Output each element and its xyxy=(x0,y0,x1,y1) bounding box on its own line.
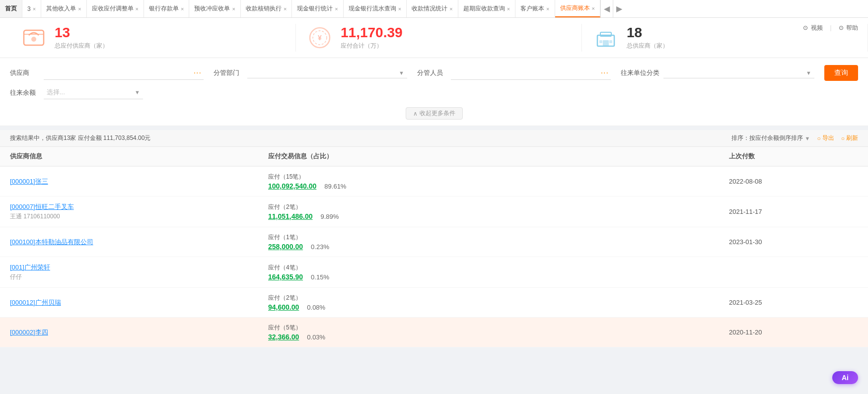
balance-select[interactable]: 选择... ▼ xyxy=(44,86,143,99)
tx-amount-6[interactable]: 32,366.00 xyxy=(268,333,299,341)
last-pay-2: 2021-11-17 xyxy=(729,208,858,215)
supplier-info-1: [000001]张三 xyxy=(10,177,268,186)
dept-label: 分管部门 xyxy=(214,68,243,77)
table-row[interactable]: [000001]张三 应付（15笔） 100,092,540.00 89.61%… xyxy=(0,167,868,197)
table-row[interactable]: [000002]李四 应付（5笔） 32,366.00 0.03% 2020-1… xyxy=(0,318,868,347)
nav-tab-cash-bank-flow[interactable]: 现金银行流水查询 × xyxy=(344,0,407,17)
stat-info-ap-total: 11,170.39 应付合计（万） xyxy=(341,26,403,50)
receipt-verify-label: 收款核销执行 xyxy=(246,4,282,13)
customer-account-label: 客户账本 xyxy=(520,4,544,13)
export-button[interactable]: ○ 导出 xyxy=(817,134,834,142)
supplier-link-5[interactable]: [000012]广州贝瑞 xyxy=(10,299,61,306)
tx-amount-1[interactable]: 100,092,540.00 xyxy=(268,182,316,190)
supplier-account-close-icon[interactable]: × xyxy=(592,5,595,11)
table-header: 供应商信息 应付交易信息（占比） 上次付数 xyxy=(0,147,868,167)
nav-tab-receipt-stat[interactable]: 收款情况统计 × xyxy=(407,0,458,17)
advance-receive-close-icon[interactable]: × xyxy=(232,6,235,12)
supplier-info-3: [000100]本特勒油品有限公司 xyxy=(10,238,268,247)
top-right-links: ⊙ 视频 ｜ ⊙ 帮助 xyxy=(803,24,858,32)
search-button[interactable]: 查询 xyxy=(824,65,858,81)
tx-row-1: 100,092,540.00 89.61% xyxy=(268,182,729,190)
nav-prev-arrow[interactable]: ◀ xyxy=(600,0,613,17)
filter-row-1: 供应商 ··· 分管部门 ▼ 分管人员 ··· 往来单位分类 xyxy=(10,65,858,81)
tx-percent-6: 0.03% xyxy=(307,333,325,341)
col-header-supplier: 供应商信息 xyxy=(10,152,268,161)
table-row[interactable]: [001]广州荣轩 仔仔 应付（4笔） 164,635.90 0.15% xyxy=(0,257,868,288)
help-circle-icon: ⊙ xyxy=(839,24,844,31)
export-icon: ○ xyxy=(817,135,821,142)
ap-adjustment-close-icon[interactable]: × xyxy=(136,6,139,12)
nav-tab-receipt-verify[interactable]: 收款核销执行 × xyxy=(241,0,292,17)
tx-amount-5[interactable]: 94,600.00 xyxy=(268,303,299,311)
tx-percent-5: 0.08% xyxy=(307,304,325,311)
nav-tab-cash-bank-stat[interactable]: 现金银行统计 × xyxy=(292,0,343,17)
cash-bank-stat-close-icon[interactable]: × xyxy=(335,6,338,12)
nav-tab-ap-adjustment[interactable]: 应收应付调整单 × xyxy=(87,0,144,17)
refresh-button[interactable]: ○ 刷新 xyxy=(841,134,858,142)
table-row[interactable]: [000012]广州贝瑞 应付（2笔） 94,600.00 0.08% 2021… xyxy=(0,288,868,318)
svg-rect-8 xyxy=(599,40,602,43)
nav-next-arrow[interactable]: ▶ xyxy=(613,0,625,17)
tx-amount-4[interactable]: 164,635.90 xyxy=(268,273,303,281)
receipt-stat-close-icon[interactable]: × xyxy=(449,6,452,12)
nav-tab-bank-deposit[interactable]: 银行存款单 × xyxy=(144,0,189,17)
stats-bar: 13 总应付供应商（家） ¥ 11,170.39 应付合计（万） xyxy=(0,18,868,58)
sort-control[interactable]: 排序：按应付余额倒序排序 ▼ xyxy=(731,134,810,142)
person-dots-icon[interactable]: ··· xyxy=(601,68,609,77)
tx-row-6: 32,366.00 0.03% xyxy=(268,333,729,341)
supplier-link-2[interactable]: [000007]恒旺二手叉车 xyxy=(10,203,74,210)
collapse-button[interactable]: ∧ 收起更多条件 xyxy=(406,107,463,120)
overdue-query-close-icon[interactable]: × xyxy=(507,6,510,12)
supplier-link-6[interactable]: [000002]李四 xyxy=(10,328,48,336)
bank-deposit-close-icon[interactable]: × xyxy=(181,6,184,12)
person-label: 分管人员 xyxy=(417,68,447,77)
table-row[interactable]: [000007]恒旺二手叉车 王通 17106110000 应付（2笔） 11,… xyxy=(0,197,868,227)
nav-tab-overdue-query[interactable]: 超期应收款查询 × xyxy=(458,0,515,17)
nav-tab-other-income[interactable]: 其他收入单 × xyxy=(41,0,86,17)
supplier-link-1[interactable]: [000001]张三 xyxy=(10,178,48,185)
customer-account-close-icon[interactable]: × xyxy=(546,6,549,12)
receipt-verify-close-icon[interactable]: × xyxy=(284,6,287,12)
supplier-label: 供应商 xyxy=(10,68,40,77)
tx-row-5: 94,600.00 0.08% xyxy=(268,303,729,311)
svg-point-1 xyxy=(31,37,36,42)
supplier-link-3[interactable]: [000100]本特勒油品有限公司 xyxy=(10,238,93,246)
stat-number-total-suppliers: 18 xyxy=(627,26,668,40)
tx-amount-3[interactable]: 258,000.00 xyxy=(268,243,303,251)
tx-percent-2: 9.89% xyxy=(321,213,339,220)
refresh-icon: ○ xyxy=(841,135,845,142)
home-label: 首页 xyxy=(5,4,17,13)
tx-amount-2[interactable]: 11,051,486.00 xyxy=(268,212,313,220)
nav-tab-advance-receive[interactable]: 预收冲应收单 × xyxy=(189,0,240,17)
stat-card-suppliers-payable: 13 总应付供应商（家） xyxy=(10,24,296,52)
dept-select[interactable]: ▼ xyxy=(247,68,407,78)
supplier-info-4: [001]广州荣轩 仔仔 xyxy=(10,263,268,281)
nav-tab-supplier-account[interactable]: 供应商账本 × xyxy=(555,0,600,17)
svg-rect-7 xyxy=(603,40,609,46)
help-link[interactable]: ⊙ 帮助 xyxy=(839,24,858,32)
nav-tab-home[interactable]: 首页 xyxy=(0,0,22,17)
tx-info-5: 应付（2笔） 94,600.00 0.08% xyxy=(268,294,729,311)
table-row[interactable]: [000100]本特勒油品有限公司 应付（1笔） 258,000.00 0.23… xyxy=(0,227,868,257)
supplier-dots-icon[interactable]: ··· xyxy=(194,68,202,77)
suppliers-payable-icon xyxy=(20,24,48,52)
person-input[interactable] xyxy=(453,67,601,78)
supplier-info-2: [000007]恒旺二手叉车 王通 17106110000 xyxy=(10,202,268,221)
filter-area: 供应商 ··· 分管部门 ▼ 分管人员 ··· 往来单位分类 xyxy=(0,58,868,126)
category-select[interactable]: ▼ xyxy=(663,68,814,78)
supplier-input[interactable] xyxy=(46,67,194,78)
cash-bank-flow-close-icon[interactable]: × xyxy=(398,6,401,12)
other-income-close-icon[interactable]: × xyxy=(78,6,81,12)
tab3-close-icon[interactable]: × xyxy=(33,6,36,12)
stat-card-ap-total: ¥ 11,170.39 应付合计（万） xyxy=(296,24,582,52)
tx-info-3: 应付（1笔） 258,000.00 0.23% xyxy=(268,233,729,251)
nav-tab-customer-account[interactable]: 客户账本 × xyxy=(515,0,555,17)
result-summary: 搜索结果中，供应商13家 应付金额 111,703,854.00元 xyxy=(10,134,150,142)
cash-bank-flow-label: 现金银行流水查询 xyxy=(349,4,396,13)
last-pay-5: 2021-03-25 xyxy=(729,299,858,306)
supplier-link-4[interactable]: [001]广州荣轩 xyxy=(10,263,50,271)
nav-tab-3[interactable]: 3 × xyxy=(22,0,41,17)
balance-dropdown-icon: ▼ xyxy=(135,89,140,95)
tx-percent-1: 89.61% xyxy=(324,183,346,190)
video-link[interactable]: ⊙ 视频 xyxy=(803,24,822,32)
